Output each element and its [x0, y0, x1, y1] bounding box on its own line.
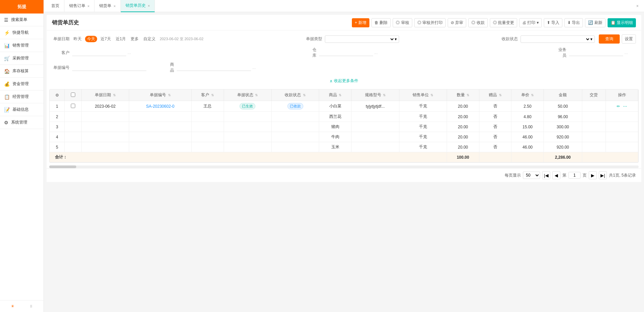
col-amount: 金额: [544, 89, 582, 101]
cell-doc-date: 2023-06-02: [81, 101, 129, 112]
col-customer[interactable]: 客户 ⇅: [191, 89, 224, 101]
scrollbar-thumb[interactable]: [49, 165, 76, 168]
audit-print-button[interactable]: ◎ 审核并打印: [414, 18, 446, 27]
col-goods[interactable]: 商品 ⇅: [319, 89, 352, 101]
close-all-tabs[interactable]: ×: [634, 4, 641, 8]
col-qty[interactable]: 数量 ⇅: [447, 89, 479, 101]
total-info: 共1页, 5条记录: [609, 173, 636, 178]
sidebar-bottom-icon1[interactable]: ☀: [11, 304, 15, 309]
table-row: 1 2023-06-02 SA-20230602-0 王总 已生效 已收款 小白…: [50, 101, 638, 112]
col-price[interactable]: 单价 ⇅: [511, 89, 544, 101]
edit-button[interactable]: ✏: [617, 104, 620, 109]
page-number-input[interactable]: [568, 172, 581, 179]
col-payment-status[interactable]: 收款状态 ⇅: [271, 89, 319, 101]
date-1month[interactable]: 近1月: [114, 36, 128, 42]
tab-close-icon[interactable]: ×: [148, 4, 150, 8]
abandon-button[interactable]: ⊘ 弃审: [448, 18, 466, 27]
goods-input[interactable]: [177, 64, 251, 71]
cell-checkbox[interactable]: [65, 142, 81, 152]
sidebar-item-sys-mgmt[interactable]: ⚙ 系统管理: [0, 116, 44, 129]
more-button[interactable]: ⋯: [623, 104, 627, 109]
cell-doc-status: 已生效: [224, 101, 271, 112]
new-button[interactable]: + 新增: [352, 18, 369, 27]
salesperson-input[interactable]: [569, 50, 623, 56]
horizontal-scrollbar[interactable]: [49, 165, 639, 168]
date-7days[interactable]: 近7天: [99, 36, 112, 42]
sort-icon: ⇅: [303, 93, 306, 97]
query-button[interactable]: 查询: [599, 34, 620, 44]
customer-dots[interactable]: ...: [128, 50, 131, 55]
sidebar-item-sales-mgmt[interactable]: 📊 销售管理: [0, 39, 44, 52]
date-label: 单据日期: [52, 36, 72, 42]
prev-page-button[interactable]: ◀: [552, 171, 560, 179]
warehouse-dots[interactable]: ...: [374, 50, 378, 55]
goods-dots[interactable]: ...: [252, 65, 256, 70]
date-yesterday[interactable]: 昨天: [72, 36, 83, 42]
next-page-button[interactable]: ▶: [589, 171, 597, 179]
sidebar-item-quick-nav[interactable]: ⚡ 快捷导航: [0, 26, 44, 39]
cell-qty: 20.00: [447, 122, 479, 132]
delete-button[interactable]: 🗑 删除: [371, 18, 391, 27]
collapse-button[interactable]: ∧ 收起更多条件: [330, 78, 358, 84]
col-doc-no[interactable]: 单据编号 ⇅: [129, 89, 192, 101]
sidebar-logo: 拓提: [0, 0, 44, 14]
show-detail-button[interactable]: 📋 显示明细: [608, 18, 636, 27]
first-page-button[interactable]: |◀: [542, 171, 550, 179]
sidebar-item-finance-mgmt[interactable]: 💰 资金管理: [0, 78, 44, 90]
col-settings[interactable]: ⚙: [50, 89, 65, 101]
doc-no-input[interactable]: [72, 64, 146, 71]
cell-doc-no: SA-20230602-0: [129, 101, 192, 112]
tab-close-icon[interactable]: ×: [87, 4, 89, 8]
settings-button[interactable]: 设置: [622, 34, 636, 44]
customer-input[interactable]: [72, 50, 126, 56]
sidebar-item-search-menu[interactable]: ☰ 搜索菜单: [0, 14, 44, 26]
select-all-checkbox[interactable]: [71, 93, 75, 97]
print-button[interactable]: 🖨 打印 ▾: [519, 18, 542, 27]
tab-close-icon[interactable]: ×: [113, 4, 115, 8]
row-checkbox[interactable]: [71, 104, 75, 108]
col-doc-status[interactable]: 单据状态 ⇅: [224, 89, 271, 101]
date-more[interactable]: 更多: [129, 36, 140, 42]
last-page-button[interactable]: ▶|: [599, 171, 607, 179]
doc-type-dropdown[interactable]: [327, 36, 395, 42]
filter-row-2: 客户 ... 仓库 ... 业务员 ...: [52, 47, 636, 58]
tab-sales-order[interactable]: 销售订单 ×: [64, 0, 94, 12]
cell-gift: 否: [479, 132, 511, 142]
col-unit[interactable]: 销售单位 ⇅: [399, 89, 447, 101]
col-checkbox[interactable]: [65, 89, 81, 101]
import-button[interactable]: ⬆ 导入: [544, 18, 562, 27]
cell-checkbox[interactable]: [65, 122, 81, 132]
per-page-select[interactable]: 50 100 200: [523, 172, 540, 179]
tab-sales-history[interactable]: 销货单历史 ×: [121, 0, 155, 12]
tab-home[interactable]: 首页: [47, 0, 64, 12]
sidebar-bottom-icon2[interactable]: ⏸: [29, 304, 33, 309]
sidebar-item-inventory-calc[interactable]: 🏠 库存核算: [0, 65, 44, 78]
col-doc-date[interactable]: 单据日期 ⇅: [81, 89, 129, 101]
col-gift[interactable]: 赠品 ⇅: [479, 89, 511, 101]
cell-checkbox[interactable]: [65, 101, 81, 112]
cell-trade: [582, 132, 606, 142]
date-custom[interactable]: 自定义: [142, 36, 157, 42]
col-spec[interactable]: 规格型号 ⇅: [352, 89, 399, 101]
sidebar-bottom: ☀ ⏸: [0, 300, 44, 312]
tab-sales-goods[interactable]: 销货单 ×: [94, 0, 120, 12]
export-button[interactable]: ⬇ 导出: [564, 18, 583, 27]
doc-type-select[interactable]: ▾: [325, 35, 399, 43]
warehouse-input[interactable]: [319, 50, 373, 56]
sidebar-item-purchase-mgmt[interactable]: 🛒 采购管理: [0, 52, 44, 65]
sidebar-item-basic-info[interactable]: 📝 基础信息: [0, 103, 44, 116]
batch-change-button[interactable]: ◎ 批量变更: [490, 18, 517, 27]
date-today[interactable]: 今天: [85, 36, 97, 42]
tab-label: 销货单历史: [125, 3, 146, 8]
refresh-button[interactable]: 🔄 刷新: [585, 18, 605, 27]
sidebar-item-ops-mgmt[interactable]: 📋 经营管理: [0, 90, 44, 103]
page-unit: 页: [583, 173, 587, 178]
cell-checkbox[interactable]: [65, 132, 81, 142]
salesperson-dots[interactable]: ...: [624, 50, 628, 55]
payment-status-dropdown[interactable]: [523, 36, 590, 42]
audit-button[interactable]: ◎ 审核: [393, 18, 412, 27]
receive-button[interactable]: ◎ 收款: [468, 18, 487, 27]
cell-doc-status: [224, 112, 271, 122]
payment-status-select[interactable]: ▾: [521, 35, 595, 43]
cell-checkbox[interactable]: [65, 112, 81, 122]
